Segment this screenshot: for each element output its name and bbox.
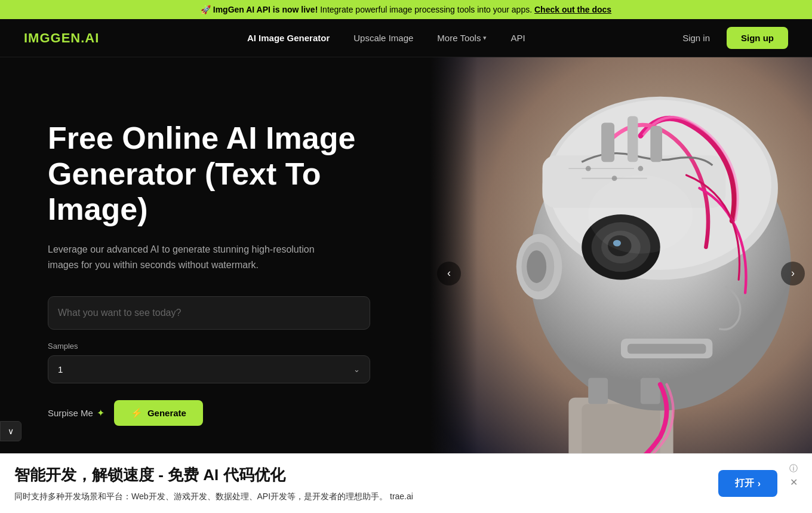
prompt-input[interactable] xyxy=(58,299,360,327)
ad-title: 智能开发，解锁速度 - 免费 AI 代码优化 xyxy=(14,465,706,486)
navbar: IMGGEN.AI AI Image Generator Upscale Ima… xyxy=(0,19,812,57)
svg-point-23 xyxy=(638,166,643,171)
hero-right-panel: ‹ › xyxy=(430,57,812,489)
ad-cta-label: 打开 xyxy=(735,477,754,489)
generate-label: Generate xyxy=(147,408,186,418)
chevron-left-icon: ‹ xyxy=(447,267,451,279)
logo[interactable]: IMGGEN.AI xyxy=(24,30,99,46)
carousel-next-button[interactable]: › xyxy=(781,262,805,285)
chevron-down-icon: ▾ xyxy=(483,34,487,42)
expand-button[interactable]: ∨ xyxy=(0,421,21,441)
svg-rect-25 xyxy=(628,116,638,162)
ad-close-button[interactable]: ✕ xyxy=(790,477,798,488)
carousel-prev-button[interactable]: ‹ xyxy=(437,262,461,285)
surprise-me-button[interactable]: Surpise Me ✦ xyxy=(48,403,104,423)
ad-text-block: 智能开发，解锁速度 - 免费 AI 代码优化 同时支持多种开发场景和平台：Web… xyxy=(14,465,706,490)
generate-icon: ⚡ xyxy=(131,407,143,419)
svg-rect-24 xyxy=(601,123,614,162)
svg-rect-17 xyxy=(588,378,608,404)
ad-cta-button[interactable]: 打开 › xyxy=(718,470,777,489)
samples-select[interactable]: 1 2 3 4 xyxy=(58,358,353,380)
chevron-right-icon: › xyxy=(791,267,795,279)
announcement-title: ImgGen AI API is now live! xyxy=(213,5,318,14)
ad-banner: 智能开发，解锁速度 - 免费 AI 代码优化 同时支持多种开发场景和平台：Web… xyxy=(0,453,812,489)
navbar-actions: Sign in Sign up xyxy=(673,27,788,49)
svg-rect-18 xyxy=(641,378,660,404)
announcement-cta[interactable]: Check out the docs xyxy=(534,5,611,14)
hero-buttons: Surpise Me ✦ ⚡ Generate xyxy=(48,400,394,426)
announcement-description: Integrate powerful image processing tool… xyxy=(320,5,532,14)
samples-select-wrapper: 1 2 3 4 ⌄ xyxy=(48,355,370,383)
samples-label: Samples xyxy=(48,342,394,351)
hero-title: Free Online AI Image Generator (Text To … xyxy=(48,121,394,228)
ad-cta-arrow-icon: › xyxy=(758,478,761,489)
chevron-down-icon: ⌄ xyxy=(353,365,360,374)
chevron-down-icon: ∨ xyxy=(8,426,14,436)
surprise-label: Surpise Me xyxy=(48,408,93,418)
svg-point-16 xyxy=(527,250,546,283)
hero-left-panel: Free Online AI Image Generator (Text To … xyxy=(0,57,430,489)
svg-rect-26 xyxy=(650,126,662,162)
nav-item-api[interactable]: API xyxy=(501,28,534,48)
svg-rect-13 xyxy=(628,344,706,354)
announcement-bar: 🚀 ImgGen AI API is now live! Integrate p… xyxy=(0,0,812,19)
prompt-input-wrapper xyxy=(48,296,370,330)
nav-item-more-tools[interactable]: More Tools ▾ xyxy=(427,28,496,48)
hero-image-container xyxy=(430,57,812,489)
hero-image xyxy=(430,57,812,489)
announcement-emoji: 🚀 xyxy=(201,5,211,14)
nav-item-ai-image-generator[interactable]: AI Image Generator xyxy=(238,28,339,48)
hero-section: Free Online AI Image Generator (Text To … xyxy=(0,57,812,489)
ad-close-area: ⓘ ✕ xyxy=(789,463,798,488)
sparkle-icon: ✦ xyxy=(97,407,104,419)
ad-info-icon[interactable]: ⓘ xyxy=(789,463,798,474)
svg-point-27 xyxy=(588,175,693,253)
signup-button[interactable]: Sign up xyxy=(727,27,788,49)
nav-item-upscale-image[interactable]: Upscale Image xyxy=(344,28,423,48)
generate-button[interactable]: ⚡ Generate xyxy=(114,400,203,426)
logo-ai: AI xyxy=(85,30,99,45)
svg-point-21 xyxy=(586,166,591,171)
nav-menu: AI Image Generator Upscale Image More To… xyxy=(238,28,535,48)
hero-subtitle: Leverage our advanced AI to generate stu… xyxy=(48,242,334,272)
signin-button[interactable]: Sign in xyxy=(673,28,719,48)
logo-text: IMGGEN xyxy=(24,30,81,45)
